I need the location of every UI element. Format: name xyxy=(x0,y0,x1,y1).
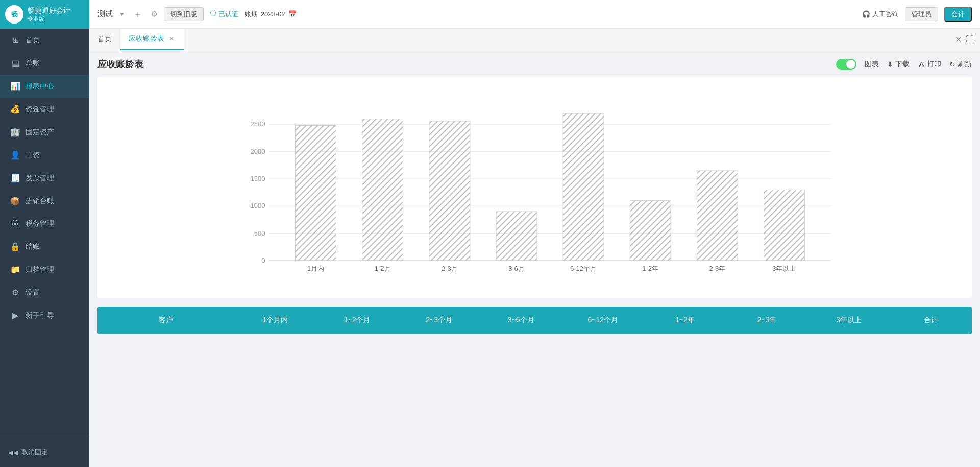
svg-rect-24 xyxy=(429,121,470,261)
sidebar-icon-invoice: 🧾 xyxy=(10,173,20,183)
topbar: 测试 ▼ ＋ ⚙ 切到旧版 🛡 已认证 账期 2023-02 📅 🎧 人工咨询 … xyxy=(89,0,980,29)
period-info: 账期 2023-02 📅 xyxy=(244,10,297,19)
cancel-fixed-label: 取消固定 xyxy=(21,448,48,457)
sidebar-item-invoice[interactable]: 🧾 发票管理 xyxy=(0,167,89,190)
project-dropdown-icon[interactable]: ▼ xyxy=(119,11,125,18)
sidebar-label-ledger: 总账 xyxy=(26,59,40,68)
download-button[interactable]: ⬇ 下载 xyxy=(887,60,910,69)
add-tab-icon[interactable]: ＋ xyxy=(131,6,144,22)
role-button[interactable]: 会计 xyxy=(944,7,972,22)
sidebar-icon-guide: ▶ xyxy=(10,311,20,320)
print-button[interactable]: 🖨 打印 xyxy=(918,60,941,69)
sidebar-item-report[interactable]: 📊 报表中心 xyxy=(0,75,89,98)
main-area: 测试 ▼ ＋ ⚙ 切到旧版 🛡 已认证 账期 2023-02 📅 🎧 人工咨询 … xyxy=(89,0,980,467)
sidebar-label-tax: 税务管理 xyxy=(26,219,54,228)
table-header: 客户1个月内1~2个月2~3个月3~6个月6~12个月1~2年2~3年3年以上合… xyxy=(97,307,972,334)
table-col-2~3个月: 2~3个月 xyxy=(398,307,480,334)
download-label: 下载 xyxy=(895,60,910,69)
old-version-button[interactable]: 切到旧版 xyxy=(164,7,204,21)
table-col-3~6个月: 3~6个月 xyxy=(480,307,562,334)
admin-button[interactable]: 管理员 xyxy=(905,7,938,21)
cancel-fixed-btn[interactable]: ◀◀ 取消固定 xyxy=(0,442,89,462)
cert-status: 🛡 已认证 xyxy=(210,10,238,19)
settings-icon[interactable]: ⚙ xyxy=(151,9,158,19)
svg-text:2500: 2500 xyxy=(251,120,265,128)
svg-text:1月内: 1月内 xyxy=(307,265,324,272)
period-value: 2023-02 xyxy=(261,10,285,18)
sidebar-icon-settings: ⚙ xyxy=(10,288,20,297)
svg-text:3年以上: 3年以上 xyxy=(772,265,796,272)
sidebar-label-archive: 归档管理 xyxy=(26,265,54,274)
refresh-icon: ↻ xyxy=(949,60,955,68)
app-version: 专业版 xyxy=(28,15,70,23)
sidebar-item-inventory[interactable]: 📦 进销台账 xyxy=(0,190,89,213)
chart-toggle[interactable] xyxy=(836,59,856,70)
svg-rect-22 xyxy=(362,119,403,261)
sidebar-icon-ledger: ▤ xyxy=(10,58,20,68)
sidebar-icon-archive: 📁 xyxy=(10,265,20,274)
page-actions: 图表 ⬇ 下载 🖨 打印 ↻ 刷新 xyxy=(836,59,972,70)
sidebar-label-guide: 新手引导 xyxy=(26,311,54,320)
sidebar-item-close[interactable]: 🔒 结账 xyxy=(0,235,89,258)
sidebar-icon-payroll: 👤 xyxy=(10,150,20,160)
table-col-6~12个月: 6~12个月 xyxy=(562,307,644,334)
sidebar-label-payroll: 工资 xyxy=(26,151,40,160)
sidebar-icon-tax: 🏛 xyxy=(10,219,20,228)
table-col-1个月内: 1个月内 xyxy=(234,307,316,334)
sidebar-item-archive[interactable]: 📁 归档管理 xyxy=(0,258,89,281)
maximize-icon[interactable]: ⛶ xyxy=(966,35,974,44)
content-area: 应收账龄表 图表 ⬇ 下载 🖨 打印 ↻ 刷新 xyxy=(89,50,980,467)
sidebar-bottom: ◀◀ 取消固定 xyxy=(0,437,89,467)
bar-chart-svg: 050010001500200025001月内1-2月2-3月3-6月6-12个… xyxy=(113,87,957,281)
sidebar-label-inventory: 进销台账 xyxy=(26,197,54,206)
table-col-3年以上: 3年以上 xyxy=(808,307,890,334)
calendar-icon[interactable]: 📅 xyxy=(288,10,297,18)
svg-text:2000: 2000 xyxy=(251,148,265,155)
sidebar-icon-fixed: 🏢 xyxy=(10,127,20,137)
tabbar-right: ✕ ⛶ xyxy=(949,29,980,50)
tab-aging[interactable]: 应收账龄表✕ xyxy=(120,29,184,50)
refresh-label: 刷新 xyxy=(958,60,972,69)
sidebar-item-tax[interactable]: 🏛 税务管理 xyxy=(0,213,89,235)
print-label: 打印 xyxy=(927,60,941,69)
tab-home[interactable]: 首页 xyxy=(89,29,120,50)
sidebar-label-fund: 资金管理 xyxy=(26,105,54,114)
consult-label: 人工咨询 xyxy=(872,10,899,19)
download-icon: ⬇ xyxy=(887,60,893,68)
table-col-1~2年: 1~2年 xyxy=(644,307,726,334)
close-all-icon[interactable]: ✕ xyxy=(955,35,962,44)
cert-label: 已认证 xyxy=(218,10,238,19)
sidebar-label-report: 报表中心 xyxy=(26,82,54,91)
table-col-合计: 合计 xyxy=(890,307,972,334)
tab-label-aging: 应收账龄表 xyxy=(129,34,164,43)
headset-icon: 🎧 xyxy=(862,10,870,18)
sidebar-item-settings[interactable]: ⚙ 设置 xyxy=(0,281,89,304)
svg-text:3-6月: 3-6月 xyxy=(508,265,525,272)
print-icon: 🖨 xyxy=(918,60,925,68)
svg-rect-28 xyxy=(563,113,604,261)
svg-text:1000: 1000 xyxy=(251,202,265,209)
sidebar-item-fund[interactable]: 💰 资金管理 xyxy=(0,98,89,121)
sidebar-item-home[interactable]: ⊞ 首页 xyxy=(0,29,89,52)
sidebar-icon-inventory: 📦 xyxy=(10,196,20,206)
sidebar-item-guide[interactable]: ▶ 新手引导 xyxy=(0,304,89,327)
chart-toggle-label: 图表 xyxy=(865,60,879,69)
sidebar-label-close: 结账 xyxy=(26,242,40,251)
tab-close-aging[interactable]: ✕ xyxy=(167,35,176,43)
sidebar-icon-home: ⊞ xyxy=(10,35,20,45)
consult-button[interactable]: 🎧 人工咨询 xyxy=(862,10,899,19)
period-label: 账期 xyxy=(244,10,258,19)
page-header: 应收账龄表 图表 ⬇ 下载 🖨 打印 ↻ 刷新 xyxy=(97,58,972,71)
svg-rect-34 xyxy=(764,190,804,261)
sidebar-item-ledger[interactable]: ▤ 总账 xyxy=(0,52,89,75)
sidebar-item-fixed[interactable]: 🏢 固定资产 xyxy=(0,121,89,144)
svg-rect-30 xyxy=(630,201,671,261)
project-name: 测试 xyxy=(97,9,113,19)
sidebar-icon-report: 📊 xyxy=(10,81,20,91)
refresh-button[interactable]: ↻ 刷新 xyxy=(949,60,972,69)
tabbar: 首页应收账龄表✕ ✕ ⛶ xyxy=(89,29,980,50)
svg-text:6-12个月: 6-12个月 xyxy=(570,265,597,272)
sidebar-item-payroll[interactable]: 👤 工资 xyxy=(0,144,89,167)
sidebar-label-settings: 设置 xyxy=(26,288,40,297)
svg-text:1-2月: 1-2月 xyxy=(375,265,391,272)
